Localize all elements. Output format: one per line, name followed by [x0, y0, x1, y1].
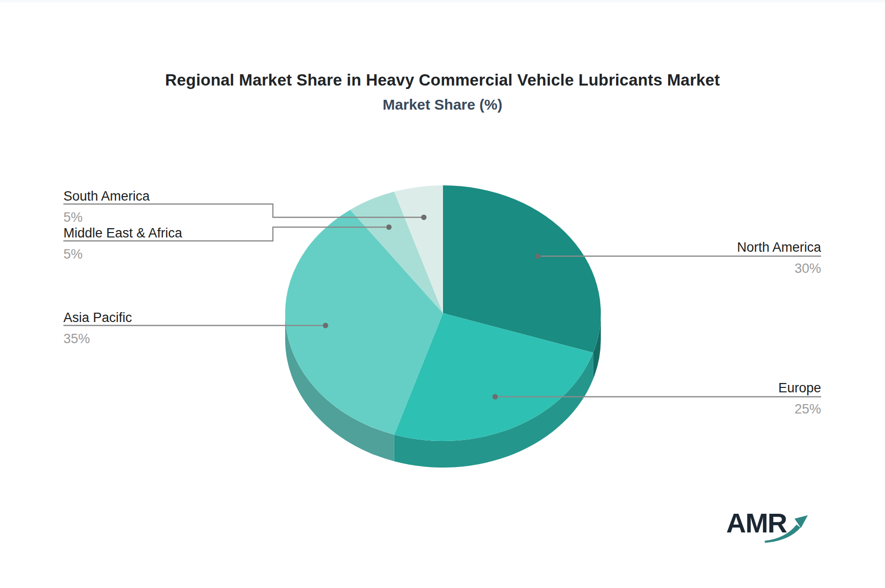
value-south-america: 5% [63, 210, 150, 225]
callout-south-america: South America 5% [63, 189, 150, 225]
value-north-america: 30% [737, 261, 821, 276]
leader-dot [386, 225, 392, 230]
leader-dot [421, 215, 427, 220]
label-asia-pacific: Asia Pacific [63, 310, 132, 325]
leader-dot [535, 254, 541, 259]
value-europe: 25% [778, 402, 821, 417]
value-asia-pacific: 35% [63, 331, 132, 347]
pie-chart-canvas [0, 0, 885, 588]
callout-asia-pacific: Asia Pacific 35% [63, 310, 132, 347]
leader-dot [323, 323, 328, 328]
callout-middle-east-africa: Middle East & Africa 5% [63, 226, 182, 262]
value-middle-east-africa: 5% [63, 247, 182, 262]
label-north-america: North America [737, 240, 821, 255]
leader-dot [493, 394, 498, 400]
amr-logo: AMR [726, 509, 815, 544]
callout-europe: Europe 25% [778, 381, 821, 417]
label-south-america: South America [63, 189, 150, 204]
callout-north-america: North America 30% [737, 240, 821, 276]
label-europe: Europe [778, 381, 821, 396]
amr-logo-arrow-icon [765, 512, 812, 544]
label-middle-east-africa: Middle East & Africa [63, 226, 182, 241]
